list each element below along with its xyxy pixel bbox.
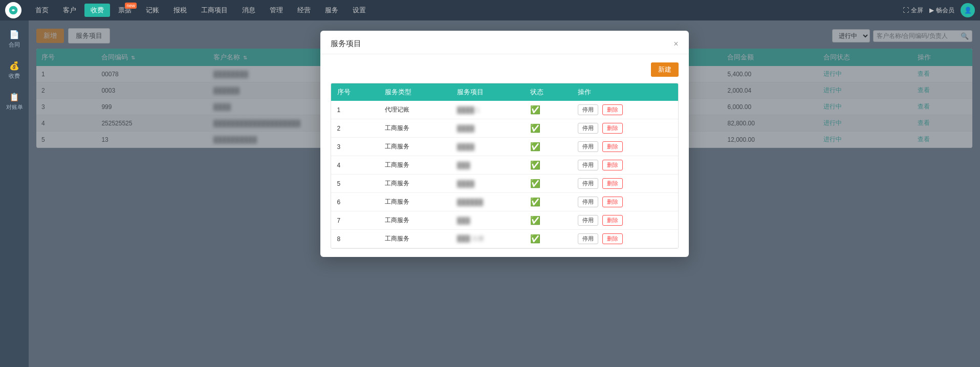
nav-item-invoice[interactable]: 票据 new <box>112 4 138 17</box>
modal-cell-seq: 7 <box>331 211 379 230</box>
stop-button[interactable]: 停用 <box>578 141 598 152</box>
delete-button[interactable]: 删除 <box>602 123 623 134</box>
modal-cell-seq: 4 <box>331 156 379 175</box>
delete-button[interactable]: 删除 <box>602 160 623 170</box>
top-navigation: 首页 客户 收费 票据 new 记账 报税 工商项目 消息 管理 经营 服务 设… <box>0 0 980 20</box>
modal-cell-seq: 8 <box>331 230 379 248</box>
modal-cell-actions: 停用 删除 <box>572 138 678 156</box>
sidebar-item-label-contract: 合同 <box>9 41 20 49</box>
sidebar-item-label-statement: 对账单 <box>6 103 23 111</box>
modal-overlay: 服务项目 × 新建 序号 服务类型 服务项目 <box>29 20 980 367</box>
delete-button[interactable]: 删除 <box>602 233 623 244</box>
modal-cell-status: ✅ <box>524 230 572 248</box>
modal-cell-actions: 停用 删除 <box>572 193 678 211</box>
modal-cell-status: ✅ <box>524 175 572 193</box>
nav-item-fee[interactable]: 收费 <box>84 4 110 17</box>
modal-cell-seq: 6 <box>331 193 379 211</box>
nav-item-tax[interactable]: 报税 <box>167 4 193 17</box>
nav-right-actions: ⛶ 全屏 ▶ 畅会员 👤 <box>903 3 975 17</box>
modal-cell-project: ████ 1 <box>451 101 524 119</box>
modal-cell-type: 工商服务 <box>379 156 451 175</box>
modal-cell-project: ███ <box>451 211 524 230</box>
modal-cell-project: ██████ <box>451 193 524 211</box>
modal-body: 新建 序号 服务类型 服务项目 状态 操作 <box>320 54 689 257</box>
modal-cell-status: ✅ <box>524 138 572 156</box>
modal-header: 服务项目 × <box>320 31 689 54</box>
statement-icon: 📋 <box>9 92 19 102</box>
modal-cell-status: ✅ <box>524 101 572 119</box>
sidebar-item-statement[interactable]: 📋 对账单 <box>2 88 27 115</box>
stop-button[interactable]: 停用 <box>578 123 598 134</box>
main-layout: 📄 合同 💰 收费 📋 对账单 新增 服务项目 进行中 已完成 全部 <box>0 20 980 367</box>
modal-col-status: 状态 <box>524 83 572 101</box>
modal-table-wrap[interactable]: 序号 服务类型 服务项目 状态 操作 1 代理记账 ████ 1 ✅ <box>331 83 679 249</box>
avatar-icon: 👤 <box>964 7 972 14</box>
stop-button[interactable]: 停用 <box>578 160 598 170</box>
nav-item-message[interactable]: 消息 <box>236 4 262 17</box>
modal-col-action: 操作 <box>572 83 678 101</box>
fullscreen-button[interactable]: ⛶ 全屏 <box>903 6 923 15</box>
service-modal: 服务项目 × 新建 序号 服务类型 服务项目 <box>320 31 689 257</box>
nav-item-service[interactable]: 服务 <box>319 4 344 17</box>
modal-cell-actions: 停用 删除 <box>572 101 678 119</box>
modal-cell-status: ✅ <box>524 156 572 175</box>
modal-table-row: 2 工商服务 ████ ✅ 停用 删除 <box>331 119 678 138</box>
member-button[interactable]: ▶ 畅会员 <box>929 6 954 15</box>
modal-cell-type: 工商服务 <box>379 138 451 156</box>
modal-cell-type: 工商服务 <box>379 193 451 211</box>
nav-item-settings[interactable]: 设置 <box>346 4 372 17</box>
modal-cell-type: 工商服务 <box>379 119 451 138</box>
nav-item-customer[interactable]: 客户 <box>57 4 82 17</box>
service-table: 序号 服务类型 服务项目 状态 操作 1 代理记账 ████ 1 ✅ <box>331 83 678 248</box>
sidebar-item-label-fee: 收费 <box>9 72 20 80</box>
modal-col-project: 服务项目 <box>451 83 524 101</box>
stop-button[interactable]: 停用 <box>578 197 598 207</box>
modal-cell-project: ████ <box>451 119 524 138</box>
modal-cell-seq: 2 <box>331 119 379 138</box>
modal-title: 服务项目 <box>331 39 361 49</box>
nav-item-manage[interactable]: 管理 <box>264 4 289 17</box>
content-area: 新增 服务项目 进行中 已完成 全部 🔍 序号 合同编码 ⇅ <box>29 20 980 367</box>
stop-button[interactable]: 停用 <box>578 215 598 226</box>
stop-button[interactable]: 停用 <box>578 178 598 189</box>
modal-cell-project: ████ <box>451 138 524 156</box>
contract-icon: 📄 <box>9 30 19 39</box>
new-badge: new <box>125 3 137 9</box>
modal-table-row: 8 工商服务 ███ 注册 ✅ 停用 删除 <box>331 230 678 248</box>
modal-cell-type: 工商服务 <box>379 230 451 248</box>
member-label: 畅会员 <box>936 6 954 15</box>
modal-cell-actions: 停用 删除 <box>572 119 678 138</box>
modal-toolbar: 新建 <box>331 62 679 77</box>
modal-table-row: 1 代理记账 ████ 1 ✅ 停用 删除 <box>331 101 678 119</box>
nav-item-business[interactable]: 工商项目 <box>195 4 234 17</box>
app-logo <box>5 2 21 18</box>
sidebar-item-fee[interactable]: 💰 收费 <box>2 57 27 84</box>
modal-cell-actions: 停用 删除 <box>572 156 678 175</box>
sidebar-item-contract[interactable]: 📄 合同 <box>2 26 27 53</box>
nav-item-operation[interactable]: 经营 <box>291 4 317 17</box>
delete-button[interactable]: 删除 <box>602 215 623 226</box>
modal-cell-status: ✅ <box>524 211 572 230</box>
modal-cell-seq: 1 <box>331 101 379 119</box>
delete-button[interactable]: 删除 <box>602 197 623 207</box>
stop-button[interactable]: 停用 <box>578 104 598 115</box>
fullscreen-icon: ⛶ <box>903 7 909 14</box>
modal-cell-project: ████ <box>451 175 524 193</box>
delete-button[interactable]: 删除 <box>602 141 623 152</box>
modal-cell-actions: 停用 删除 <box>572 211 678 230</box>
modal-close-button[interactable]: × <box>673 40 678 48</box>
nav-items-list: 首页 客户 收费 票据 new 记账 报税 工商项目 消息 管理 经营 服务 设… <box>29 4 903 17</box>
nav-item-bookkeeping[interactable]: 记账 <box>140 4 165 17</box>
delete-button[interactable]: 删除 <box>602 104 623 115</box>
modal-cell-actions: 停用 删除 <box>572 230 678 248</box>
modal-cell-type: 代理记账 <box>379 101 451 119</box>
modal-table-row: 3 工商服务 ████ ✅ 停用 删除 <box>331 138 678 156</box>
stop-button[interactable]: 停用 <box>578 233 598 244</box>
sidebar: 📄 合同 💰 收费 📋 对账单 <box>0 20 29 367</box>
delete-button[interactable]: 删除 <box>602 178 623 189</box>
nav-item-home[interactable]: 首页 <box>29 4 55 17</box>
user-avatar[interactable]: 👤 <box>961 3 975 17</box>
fee-icon: 💰 <box>9 61 19 71</box>
modal-new-button[interactable]: 新建 <box>651 62 679 77</box>
modal-cell-seq: 5 <box>331 175 379 193</box>
